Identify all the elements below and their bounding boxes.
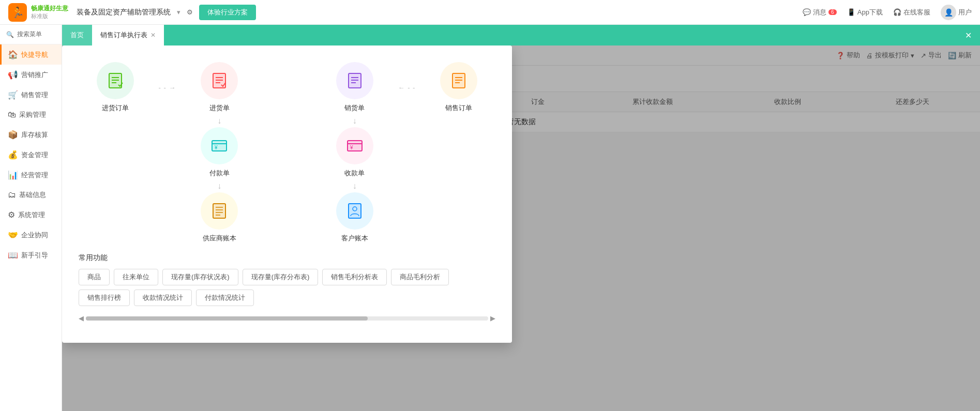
online-service-label: 在线客服 [903, 8, 930, 17]
top-bar: 🏃 畅康通好生意 标准版 装备及固定资产辅助管理系统 ▾ ⚙ 体验行业方案 💬 … [0, 0, 980, 25]
flow-node-sales-bill: 销货单 [318, 62, 391, 113]
func-btn-sales-margin[interactable]: 销售毛利分析表 [322, 269, 387, 285]
sidebar-item-label-finance: 资金管理 [21, 150, 48, 160]
system-icon: ⚙ [8, 210, 15, 220]
app-download-label: App下载 [857, 8, 883, 17]
receipt-bill-circle[interactable]: ¥ [336, 127, 373, 164]
purchase-order-circle[interactable] [97, 62, 134, 99]
tab-home[interactable]: 首页 [62, 25, 92, 45]
logo-icon: 🏃 [8, 3, 27, 22]
payment-bill-circle[interactable]: ¥ [201, 127, 238, 164]
func-btn-receipt-stat[interactable]: 收款情况统计 [134, 290, 192, 306]
func-btn-sales-rank[interactable]: 销售排行榜 [79, 290, 130, 306]
func-btn-product-margin[interactable]: 商品毛利分析 [391, 269, 449, 285]
sidebar-item-label-sales: 销售管理 [21, 90, 48, 100]
settings-icon[interactable]: ⚙ [187, 8, 193, 16]
experience-btn[interactable]: 体验行业方案 [199, 5, 256, 20]
flow-node-sales-order: 销售订单 [423, 62, 496, 113]
sales-bill-circle[interactable] [336, 62, 373, 99]
avatar: 👤 [941, 5, 956, 20]
func-btn-product[interactable]: 商品 [79, 269, 110, 285]
supplier-ledger-label: 供应商账本 [203, 234, 236, 243]
arrow-down-purchase-bill: ↓ [183, 117, 257, 125]
flow-node-receipt-bill: ¥ 收款单 [318, 127, 391, 178]
online-service-item[interactable]: 🎧 在线客服 [893, 8, 930, 17]
message-label: 消息 [813, 8, 826, 17]
search-menu[interactable]: 🔍 搜索菜单 [0, 25, 62, 44]
flow-node-purchase-bill: 进货单 [183, 62, 257, 113]
flow-node-supplier-ledger: 供应商账本 [183, 192, 257, 243]
sidebar-item-label-purchase: 采购管理 [19, 110, 46, 119]
func-btn-partner[interactable]: 往来单位 [114, 269, 158, 285]
finance-icon: 💰 [8, 150, 18, 160]
tab-bar-close[interactable]: ✕ [965, 31, 980, 40]
basic-icon: 🗂 [8, 190, 16, 200]
logo-line2: 标准版 [31, 12, 68, 20]
enterprise-icon: 🤝 [8, 230, 18, 240]
sidebar-item-finance[interactable]: 💰 资金管理 [0, 145, 62, 165]
scroll-left-arrow[interactable]: ◀ [79, 314, 84, 322]
inventory-icon: 📦 [8, 130, 18, 140]
purchase-bill-circle[interactable] [201, 62, 238, 99]
sidebar-item-system[interactable]: ⚙ 系统管理 [0, 205, 62, 225]
app-download-icon: 📱 [847, 8, 855, 16]
arrow-down-receipt-bill: ↓ [318, 182, 391, 190]
flow-modal-overlay: 进货订单 - - → 进货单 [62, 45, 980, 411]
purchase-order-label: 进货订单 [102, 103, 129, 113]
flow-node-customer-ledger: 客户账本 [318, 192, 391, 243]
sidebar-item-label-quick: 快捷导航 [21, 50, 48, 59]
scroll-track[interactable] [86, 316, 488, 321]
quick-icon: 🏠 [8, 50, 18, 59]
sidebar-item-label-newbie: 新手引导 [21, 251, 48, 260]
operation-icon: 📊 [8, 170, 18, 180]
sidebar-item-operation[interactable]: 📊 经营管理 [0, 165, 62, 185]
func-btn-stock-dist[interactable]: 现存量(库存分布表) [243, 269, 319, 285]
newbie-icon: 📖 [8, 250, 18, 260]
message-badge: 6 [828, 9, 837, 15]
sidebar-item-label-basic: 基础信息 [19, 190, 46, 200]
func-btn-stock-status[interactable]: 现存量(库存状况表) [162, 269, 238, 285]
online-service-icon: 🎧 [893, 8, 901, 16]
func-btn-payment-stat[interactable]: 付款情况统计 [196, 290, 254, 306]
system-title: 装备及固定资产辅助管理系统 [77, 8, 171, 17]
sidebar-item-label-inventory: 库存核算 [21, 130, 48, 140]
supplier-ledger-circle[interactable] [201, 192, 238, 230]
message-item[interactable]: 💬 消息 6 [803, 8, 837, 17]
sidebar-item-newbie[interactable]: 📖 新手引导 [0, 245, 62, 265]
sidebar-item-basic[interactable]: 🗂 基础信息 [0, 185, 62, 205]
scroll-bar [86, 316, 368, 321]
tab-sales-order-exec[interactable]: 销售订单执行表 ✕ [92, 25, 164, 45]
sales-bill-label: 销货单 [344, 103, 365, 113]
app-download-item[interactable]: 📱 App下载 [847, 8, 883, 17]
logo-text: 畅康通好生意 标准版 [31, 5, 68, 20]
flow-modal: 进货订单 - - → 进货单 [62, 45, 512, 343]
scroll-right-arrow[interactable]: ▶ [490, 314, 495, 322]
sidebar-item-label-marketing: 营销推广 [21, 70, 48, 80]
system-title-chevron[interactable]: ▾ [177, 8, 180, 16]
sidebar-item-marketing[interactable]: 📢 营销推广 [0, 65, 62, 85]
function-btns-row2: 销售排行榜 收款情况统计 付款情况统计 [79, 290, 495, 306]
page-content: ❓ 帮助 🖨 按模板打印 ▾ ↗ 导出 🔄 刷新 [62, 45, 980, 411]
flow-node-payment-bill: ¥ 付款单 [183, 127, 257, 178]
scroll-hint: ◀ ▶ [79, 310, 495, 326]
common-functions: 常用功能 商品 往来单位 现存量(库存状况表) 现存量(库存分布表) 销售毛利分… [79, 253, 495, 306]
message-icon: 💬 [803, 8, 811, 16]
main-layout: 🔍 搜索菜单 🏠 快捷导航 📢 营销推广 🛒 销售管理 🛍 采购管理 📦 [0, 25, 980, 411]
user-item[interactable]: 👤 用户 [941, 5, 972, 20]
sidebar-item-inventory[interactable]: 📦 库存核算 [0, 125, 62, 145]
sidebar-item-quick[interactable]: 🏠 快捷导航 [0, 44, 62, 65]
svg-text:¥: ¥ [350, 145, 353, 150]
sidebar-item-label-operation: 经营管理 [21, 171, 48, 180]
purchase-bill-label: 进货单 [209, 103, 230, 113]
tab-close-icon[interactable]: ✕ [150, 32, 156, 39]
tab-sales-order-exec-label: 销售订单执行表 [100, 31, 147, 40]
sidebar-item-label-enterprise: 企业协同 [21, 231, 48, 240]
customer-ledger-circle[interactable] [336, 192, 373, 230]
sidebar-item-purchase[interactable]: 🛍 采购管理 [0, 105, 62, 125]
sales-order-circle[interactable] [440, 62, 477, 99]
sales-icon: 🛒 [8, 90, 18, 100]
sidebar: 🔍 搜索菜单 🏠 快捷导航 📢 营销推广 🛒 销售管理 🛍 采购管理 📦 [0, 25, 62, 411]
sidebar-item-sales[interactable]: 🛒 销售管理 [0, 85, 62, 105]
sidebar-item-enterprise[interactable]: 🤝 企业协同 [0, 225, 62, 245]
sales-order-label: 销售订单 [445, 103, 472, 113]
